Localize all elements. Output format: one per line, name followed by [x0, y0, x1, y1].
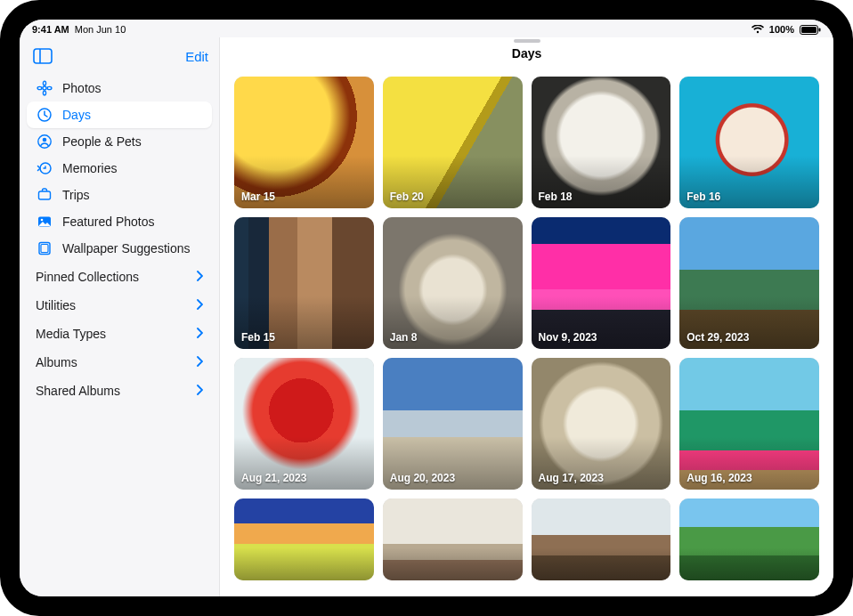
- tile-date-label: Oct 29, 2023: [686, 331, 749, 344]
- flower-icon: [36, 79, 53, 97]
- tile-date-label: Feb 18: [539, 190, 573, 203]
- memories-icon: [36, 159, 53, 177]
- sidebar-section-pinned-collections[interactable]: Pinned Collections: [27, 263, 212, 290]
- sidebar-item-featured-photos[interactable]: Featured Photos: [27, 208, 212, 235]
- tile-date-label: Feb 15: [241, 331, 275, 344]
- sidebar-section-media-types[interactable]: Media Types: [27, 320, 212, 347]
- day-tile[interactable]: Aug 17, 2023: [532, 358, 671, 490]
- sidebar-item-memories[interactable]: Memories: [27, 155, 212, 182]
- svg-rect-18: [41, 245, 48, 253]
- chevron-right-icon: [196, 384, 203, 398]
- app-body: Edit Photos Days: [20, 37, 833, 596]
- day-tile[interactable]: Mar 15: [234, 77, 374, 208]
- section-label: Albums: [36, 355, 77, 369]
- tile-date-label: Aug 17, 2023: [539, 472, 604, 484]
- day-tile[interactable]: Feb 15: [234, 217, 374, 349]
- days-grid[interactable]: Mar 15 Feb 20 Feb 18 Feb 16 Feb 15 Jan 8…: [220, 69, 833, 596]
- day-tile[interactable]: Feb 16: [679, 77, 819, 208]
- chevron-right-icon: [196, 327, 203, 341]
- tile-date-label: Aug 20, 2023: [390, 472, 455, 484]
- status-date: Mon Jun 10: [75, 24, 126, 35]
- sidebar-item-people-pets[interactable]: People & Pets: [27, 128, 212, 155]
- section-label: Pinned Collections: [36, 270, 139, 284]
- section-label: Utilities: [36, 298, 76, 312]
- tile-date-label: Feb 20: [390, 190, 424, 203]
- sidebar-item-label: Days: [62, 108, 91, 122]
- tile-date-label: Feb 16: [686, 190, 720, 203]
- chevron-right-icon: [196, 298, 203, 312]
- sidebar-section-shared-albums[interactable]: Shared Albums: [27, 377, 212, 404]
- svg-point-5: [43, 86, 46, 90]
- day-tile[interactable]: [383, 498, 523, 580]
- battery-percent-label: 100%: [769, 24, 794, 35]
- battery-icon: [800, 25, 821, 35]
- sidebar-item-photos[interactable]: Photos: [27, 75, 212, 101]
- sidebar-item-label: Wallpaper Suggestions: [62, 241, 190, 255]
- tile-date-label: Nov 9, 2023: [539, 331, 597, 344]
- multitasking-handle-icon[interactable]: [514, 39, 540, 43]
- screen: 9:41 AM Mon Jun 10 100%: [20, 20, 833, 596]
- sidebar-section-albums[interactable]: Albums: [27, 349, 212, 376]
- sidebar-item-label: People & Pets: [62, 134, 142, 149]
- ipad-frame: 9:41 AM Mon Jun 10 100%: [0, 0, 853, 616]
- tile-date-label: Aug 21, 2023: [241, 472, 306, 484]
- sidebar-item-label: Photos: [62, 81, 102, 95]
- day-tile[interactable]: Aug 21, 2023: [234, 358, 374, 490]
- wallpaper-icon: [36, 239, 53, 257]
- day-tile[interactable]: [532, 498, 671, 580]
- sidebar-item-label: Memories: [62, 161, 117, 175]
- svg-point-8: [37, 86, 42, 89]
- day-tile[interactable]: Feb 20: [383, 77, 523, 208]
- svg-point-7: [43, 91, 45, 95]
- wifi-icon: [751, 25, 764, 34]
- day-tile[interactable]: Aug 16, 2023: [679, 358, 819, 490]
- page-title: Days: [512, 46, 541, 61]
- chevron-right-icon: [196, 355, 203, 369]
- section-label: Media Types: [36, 327, 106, 341]
- content-area: Days Mar 15 Feb 20 Feb 18 Feb 16 Feb 15 …: [220, 37, 833, 596]
- sidebar-item-days[interactable]: Days: [27, 101, 212, 128]
- sidebar-nav-list: Photos Days People & Pets: [27, 71, 212, 404]
- svg-rect-14: [39, 191, 51, 199]
- tile-date-label: Mar 15: [241, 190, 275, 203]
- section-label: Shared Albums: [36, 384, 120, 398]
- sidebar-item-wallpaper-suggestions[interactable]: Wallpaper Suggestions: [27, 235, 212, 262]
- day-tile[interactable]: Jan 8: [383, 217, 523, 349]
- status-bar: 9:41 AM Mon Jun 10 100%: [20, 20, 833, 37]
- svg-rect-2: [819, 28, 821, 31]
- edit-button[interactable]: Edit: [185, 49, 208, 64]
- clock-icon: [36, 106, 53, 124]
- day-tile[interactable]: Aug 20, 2023: [383, 358, 523, 490]
- svg-point-6: [43, 81, 45, 85]
- tile-date-label: Jan 8: [390, 331, 418, 344]
- svg-rect-3: [34, 49, 52, 63]
- svg-rect-1: [801, 27, 816, 33]
- sidebar-item-label: Featured Photos: [62, 215, 155, 229]
- sidebar-item-label: Trips: [62, 188, 90, 202]
- sidebar-toggle-button[interactable]: [30, 44, 55, 69]
- sidebar: Edit Photos Days: [20, 37, 220, 596]
- photo-icon: [36, 213, 53, 231]
- day-tile[interactable]: Oct 29, 2023: [679, 217, 819, 349]
- day-tile[interactable]: Feb 18: [532, 77, 671, 208]
- day-tile[interactable]: [234, 498, 374, 580]
- day-tile[interactable]: Nov 9, 2023: [532, 217, 671, 349]
- day-tile[interactable]: [679, 498, 819, 580]
- chevron-right-icon: [196, 270, 203, 284]
- suitcase-icon: [36, 186, 53, 204]
- svg-point-12: [43, 138, 47, 142]
- sidebar-section-utilities[interactable]: Utilities: [27, 292, 212, 319]
- status-time: 9:41 AM: [32, 24, 69, 35]
- tile-date-label: Aug 16, 2023: [686, 472, 751, 484]
- content-header: Days: [220, 37, 833, 69]
- svg-point-9: [47, 86, 52, 89]
- person-circle-icon: [36, 133, 53, 150]
- svg-point-16: [41, 219, 44, 222]
- sidebar-item-trips[interactable]: Trips: [27, 182, 212, 208]
